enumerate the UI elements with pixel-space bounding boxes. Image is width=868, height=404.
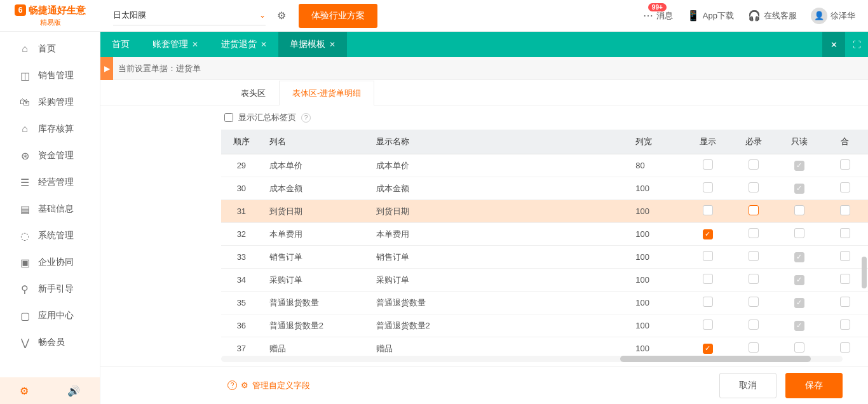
vertical-scrollbar[interactable] bbox=[862, 257, 867, 288]
checkbox[interactable] bbox=[749, 182, 759, 192]
nav-basic[interactable]: ▤基础信息 bbox=[0, 196, 100, 222]
checkbox[interactable] bbox=[794, 205, 804, 215]
checkbox[interactable] bbox=[703, 159, 713, 170]
checkbox[interactable] bbox=[749, 320, 759, 330]
cell-display[interactable]: 普通退货数量 bbox=[369, 292, 628, 314]
nav-system[interactable]: ◌系统管理 bbox=[0, 222, 100, 249]
checkbox[interactable] bbox=[749, 159, 759, 170]
subtab-header-area[interactable]: 表头区 bbox=[227, 81, 279, 105]
checkbox[interactable] bbox=[749, 342, 759, 353]
subtab-body-area[interactable]: 表体区-进货单明细 bbox=[279, 81, 374, 105]
cancel-button[interactable]: 取消 bbox=[719, 373, 776, 398]
tab-purchase-return[interactable]: 进货退货✕ bbox=[210, 32, 278, 57]
cell-display[interactable]: 普通退货数量2 bbox=[369, 314, 628, 337]
nav-business[interactable]: ☰经营管理 bbox=[0, 169, 100, 196]
checkbox[interactable] bbox=[794, 161, 804, 171]
checkbox[interactable] bbox=[840, 228, 850, 238]
summary-checkbox[interactable] bbox=[224, 113, 233, 122]
messages-button[interactable]: ⋯ 99+ 消息 bbox=[643, 10, 673, 22]
checkbox[interactable] bbox=[794, 321, 804, 331]
nav-home[interactable]: ⌂首页 bbox=[0, 36, 100, 62]
nav-member[interactable]: ⋁畅会员 bbox=[0, 329, 100, 356]
cell-width[interactable]: 80 bbox=[628, 154, 684, 177]
cell-display[interactable]: 成本金额 bbox=[369, 177, 628, 200]
checkbox[interactable] bbox=[794, 228, 804, 238]
checkbox[interactable] bbox=[840, 274, 850, 284]
nav-guide[interactable]: ⚲新手引导 bbox=[0, 276, 100, 302]
table-row[interactable]: 30 成本金额 成本金额 100 bbox=[221, 177, 868, 200]
checkbox[interactable] bbox=[794, 252, 804, 262]
cell-display[interactable]: 到货日期 bbox=[369, 200, 628, 223]
app-download-button[interactable]: 📱 App下载 bbox=[687, 10, 734, 22]
table-row[interactable]: 29 成本单价 成本单价 80 bbox=[221, 154, 868, 177]
nav-finance[interactable]: ⊛资金管理 bbox=[0, 142, 100, 169]
nav-collab[interactable]: ▣企业协同 bbox=[0, 249, 100, 276]
close-icon[interactable]: ✕ bbox=[329, 40, 336, 49]
cell-width[interactable]: 100 bbox=[628, 292, 684, 314]
checkbox[interactable] bbox=[703, 344, 713, 354]
cell-width[interactable]: 100 bbox=[628, 200, 684, 223]
cell-display[interactable]: 采购订单 bbox=[369, 269, 628, 292]
checkbox[interactable] bbox=[794, 298, 804, 308]
checkbox[interactable] bbox=[840, 342, 850, 353]
table-row[interactable]: 33 销售订单 销售订单 100 bbox=[221, 246, 868, 269]
checkbox[interactable] bbox=[840, 182, 850, 192]
checkbox[interactable] bbox=[840, 205, 850, 215]
cell-width[interactable]: 100 bbox=[628, 337, 684, 355]
table-row[interactable]: 36 普通退货数量2 普通退货数量2 100 bbox=[221, 314, 868, 337]
settings-icon[interactable]: ⚙ bbox=[277, 10, 286, 22]
horizontal-scrollbar[interactable] bbox=[221, 356, 843, 362]
checkbox[interactable] bbox=[840, 297, 850, 307]
manage-custom-fields-link[interactable]: ? ⚙ 管理自定义字段 bbox=[227, 380, 310, 391]
checkbox[interactable] bbox=[840, 251, 850, 261]
nav-apps[interactable]: ▢应用中心 bbox=[0, 302, 100, 329]
checkbox[interactable] bbox=[703, 320, 713, 330]
cell-width[interactable]: 100 bbox=[628, 269, 684, 292]
checkbox[interactable] bbox=[703, 274, 713, 284]
footer-gear-icon[interactable]: ⚙ bbox=[20, 385, 29, 397]
table-row[interactable]: 37 赠品 赠品 100 bbox=[221, 337, 868, 355]
checkbox[interactable] bbox=[703, 297, 713, 307]
checkbox[interactable] bbox=[749, 297, 759, 307]
help-icon[interactable]: ? bbox=[301, 113, 311, 123]
scrollbar-thumb[interactable] bbox=[620, 356, 811, 362]
cell-display[interactable]: 销售订单 bbox=[369, 246, 628, 269]
close-icon[interactable]: ✕ bbox=[261, 40, 267, 49]
table-row[interactable]: 32 本单费用 本单费用 100 bbox=[221, 223, 868, 246]
checkbox[interactable] bbox=[703, 251, 713, 261]
table-container[interactable]: 顺序 列名 显示名称 列宽 显示 必录 只读 合 29 成本单价 成本单价 80 bbox=[221, 130, 868, 354]
checkbox[interactable] bbox=[749, 274, 759, 284]
nav-sales[interactable]: ◫销售管理 bbox=[0, 62, 100, 89]
close-icon[interactable]: ✕ bbox=[192, 40, 198, 49]
tab-home[interactable]: 首页 bbox=[100, 32, 141, 57]
footer-sound-icon[interactable]: 🔊 bbox=[67, 385, 80, 397]
checkbox[interactable] bbox=[703, 205, 713, 215]
nav-purchase[interactable]: 🛍采购管理 bbox=[0, 89, 100, 116]
cell-width[interactable]: 100 bbox=[628, 223, 684, 246]
table-row[interactable]: 35 普通退货数量 普通退货数量 100 bbox=[221, 292, 868, 314]
checkbox[interactable] bbox=[840, 320, 850, 330]
nav-inventory[interactable]: ⌂库存核算 bbox=[0, 116, 100, 142]
table-row[interactable]: 31 到货日期 到货日期 100 bbox=[221, 200, 868, 223]
save-button[interactable]: 保存 bbox=[785, 373, 843, 398]
cell-display[interactable]: 赠品 bbox=[369, 337, 628, 355]
checkbox[interactable] bbox=[794, 275, 804, 285]
checkbox[interactable] bbox=[794, 342, 804, 353]
tab-account[interactable]: 账套管理✕ bbox=[141, 32, 210, 57]
tab-template[interactable]: 单据模板✕ bbox=[278, 32, 347, 57]
close-panel-button[interactable]: ✕ bbox=[822, 32, 845, 57]
checkbox[interactable] bbox=[749, 228, 759, 238]
user-menu[interactable]: 👤 徐泽华 bbox=[811, 8, 855, 24]
checkbox[interactable] bbox=[840, 159, 850, 170]
company-selector[interactable]: 日太阳膜 ⌄ bbox=[113, 6, 266, 25]
table-row[interactable]: 34 采购订单 采购订单 100 bbox=[221, 269, 868, 292]
trial-button[interactable]: 体验行业方案 bbox=[299, 4, 377, 28]
checkbox[interactable] bbox=[749, 205, 759, 215]
cell-width[interactable]: 100 bbox=[628, 177, 684, 200]
cell-display[interactable]: 本单费用 bbox=[369, 223, 628, 246]
cell-width[interactable]: 100 bbox=[628, 246, 684, 269]
expand-button[interactable]: ⛶ bbox=[845, 32, 868, 57]
checkbox[interactable] bbox=[703, 229, 713, 239]
checkbox[interactable] bbox=[749, 251, 759, 261]
customer-service-button[interactable]: 🎧 在线客服 bbox=[748, 10, 797, 22]
